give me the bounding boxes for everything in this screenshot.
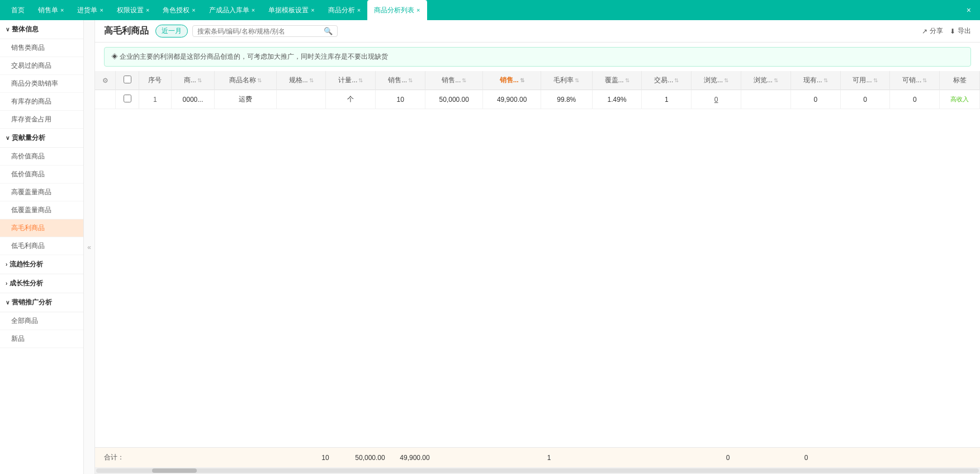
sort-browse2-icon[interactable]: ⇅ (774, 77, 778, 83)
sort-name-icon[interactable]: ⇅ (257, 77, 262, 83)
row-checkbox[interactable] (124, 95, 131, 102)
nav-close-analysis[interactable]: × (357, 7, 361, 13)
cell-coverage: 1.49% (592, 90, 642, 109)
sort-gross-rate-icon[interactable]: ⇅ (575, 77, 579, 83)
search-icon[interactable]: 🔍 (324, 27, 333, 35)
sort-sales-count-icon[interactable]: ⇅ (408, 77, 413, 83)
table-row: 1 0000... 运费 个 10 50,000.00 49,900.00 99… (95, 90, 980, 109)
nav-item-product-in[interactable]: 产成品入库单 × (202, 0, 262, 20)
col-sales-amount[interactable]: 销售...⇅ (425, 71, 483, 90)
cell-code: 0000... (171, 90, 214, 109)
col-code[interactable]: 商...⇅ (171, 71, 214, 90)
export-button[interactable]: ⬇ 导出 (950, 26, 971, 36)
col-coverage[interactable]: 覆盖...⇅ (592, 71, 642, 90)
sidebar-group-growth-label: 成长性分析 (10, 279, 43, 288)
col-unit[interactable]: 计量...⇅ (326, 71, 376, 90)
sidebar-item-low-margin[interactable]: 低毛利商品 (0, 237, 83, 255)
col-check[interactable] (116, 71, 139, 90)
sidebar-item-stock-goods[interactable]: 有库存的商品 (0, 93, 83, 111)
sidebar-group-flow[interactable]: › 流趋性分析 (0, 255, 83, 274)
sort-saleable-stock-icon[interactable]: ⇅ (922, 77, 927, 83)
col-tag: 标签 (940, 71, 980, 90)
sidebar-item-stock-capital[interactable]: 库存资金占用 (0, 111, 83, 129)
nav-item-analysis-list[interactable]: 商品分析列表 × (367, 0, 427, 20)
nav-close-sales[interactable]: × (60, 7, 64, 13)
filter-recent-month-button[interactable]: 近一月 (155, 25, 188, 37)
nav-item-home[interactable]: 首页 (4, 0, 31, 20)
sidebar-group-growth[interactable]: › 成长性分析 (0, 274, 83, 293)
cell-check[interactable] (116, 90, 139, 109)
footer-sales-profit: 49,900.00 (392, 454, 437, 462)
sidebar-item-low-coverage[interactable]: 低覆盖量商品 (0, 201, 83, 219)
sidebar-item-low-value[interactable]: 低价值商品 (0, 166, 83, 184)
nav-close-purchase[interactable]: × (100, 7, 103, 13)
sort-browse1-icon[interactable]: ⇅ (724, 77, 728, 83)
sort-trade-icon[interactable]: ⇅ (674, 77, 679, 83)
settings-icon[interactable]: ⚙ (102, 77, 108, 85)
table-footer: 合计： 10 50,000.00 49,900.00 1 0 0 (95, 447, 980, 467)
sidebar-group-contribution[interactable]: ∨ 贡献量分析 (0, 129, 83, 148)
scrollbar-thumb[interactable] (152, 468, 197, 473)
select-all-checkbox[interactable] (124, 76, 131, 83)
nav-item-sales[interactable]: 销售单 × (31, 0, 70, 20)
sidebar-item-sales-goods[interactable]: 销售类商品 (0, 39, 83, 57)
sort-code-icon[interactable]: ⇅ (197, 77, 202, 83)
col-saleable-stock[interactable]: 可销...⇅ (890, 71, 940, 90)
footer-current-stock: 0 (706, 454, 750, 462)
sidebar-item-traded-goods[interactable]: 交易过的商品 (0, 57, 83, 75)
nav-close-product-in[interactable]: × (252, 7, 255, 13)
nav-item-analysis[interactable]: 商品分析 × (321, 0, 367, 20)
header-actions: ↗ 分享 ⬇ 导出 (922, 26, 971, 36)
sort-spec-icon[interactable]: ⇅ (309, 77, 314, 83)
search-box: 🔍 (192, 25, 338, 37)
col-gear[interactable]: ⚙ (95, 71, 116, 90)
sidebar-item-high-coverage[interactable]: 高覆盖量商品 (0, 184, 83, 201)
nav-item-permission[interactable]: 权限设置 × (110, 0, 156, 20)
arrow-growth: › (6, 280, 7, 287)
sort-current-stock-icon[interactable]: ⇅ (823, 77, 828, 83)
cell-sales-count: 10 (376, 90, 425, 109)
cell-spec (276, 90, 326, 109)
sort-sales-profit-icon[interactable]: ⇅ (520, 77, 524, 83)
col-browse2[interactable]: 浏览...⇅ (741, 71, 791, 90)
sidebar-collapse-button[interactable]: « (84, 20, 95, 474)
nav-close-template[interactable]: × (311, 7, 314, 13)
col-sales-profit[interactable]: 销售...⇅ (483, 71, 541, 90)
sidebar-item-category-assist[interactable]: 商品分类助销率 (0, 75, 83, 93)
sidebar-group-marketing[interactable]: ∨ 营销推广分析 (0, 293, 83, 312)
scrollbar-track (96, 468, 979, 473)
sidebar-item-high-value[interactable]: 高价值商品 (0, 148, 83, 166)
col-gross-rate[interactable]: 毛利率⇅ (541, 71, 592, 90)
horizontal-scrollbar[interactable] (95, 467, 980, 474)
nav-close-role[interactable]: × (192, 7, 195, 13)
sidebar-item-new-goods[interactable]: 新品 (0, 330, 83, 348)
nav-close-permission[interactable]: × (146, 7, 149, 13)
col-sales-count[interactable]: 销售...⇅ (376, 71, 425, 90)
table-container: ⚙ 序号 商...⇅ 商品名称⇅ 规格...⇅ (95, 71, 980, 447)
sort-sales-amount-icon[interactable]: ⇅ (462, 77, 466, 83)
sort-coverage-icon[interactable]: ⇅ (625, 77, 629, 83)
col-browse1[interactable]: 浏览...⇅ (692, 71, 741, 90)
col-current-stock[interactable]: 现有...⇅ (790, 71, 840, 90)
search-input[interactable] (197, 27, 324, 35)
nav-item-analysis-list-label: 商品分析列表 (374, 6, 414, 15)
sidebar-group-overall[interactable]: ∨ 整体信息 (0, 20, 83, 39)
sort-available-stock-icon[interactable]: ⇅ (873, 77, 878, 83)
col-trade[interactable]: 交易...⇅ (642, 71, 692, 90)
share-button[interactable]: ↗ 分享 (922, 26, 943, 36)
sort-unit-icon[interactable]: ⇅ (358, 77, 363, 83)
nav-item-template[interactable]: 单据模板设置 × (262, 0, 321, 20)
footer-sales-amount: 50,000.00 (348, 454, 392, 462)
nav-close-window[interactable]: × (962, 6, 976, 15)
col-name[interactable]: 商品名称⇅ (215, 71, 277, 90)
nav-close-analysis-list[interactable]: × (416, 7, 420, 13)
sidebar-item-all-goods[interactable]: 全部商品 (0, 312, 83, 330)
nav-item-role[interactable]: 角色授权 × (156, 0, 202, 20)
col-available-stock[interactable]: 可用...⇅ (840, 71, 890, 90)
col-spec[interactable]: 规格...⇅ (276, 71, 326, 90)
cell-browse1[interactable]: 0 (692, 90, 741, 109)
nav-item-product-in-label: 产成品入库单 (209, 6, 249, 15)
cell-available-stock: 0 (840, 90, 890, 109)
nav-item-purchase[interactable]: 进货单 × (70, 0, 110, 20)
sidebar-item-high-margin[interactable]: 高毛利商品 (0, 219, 83, 237)
